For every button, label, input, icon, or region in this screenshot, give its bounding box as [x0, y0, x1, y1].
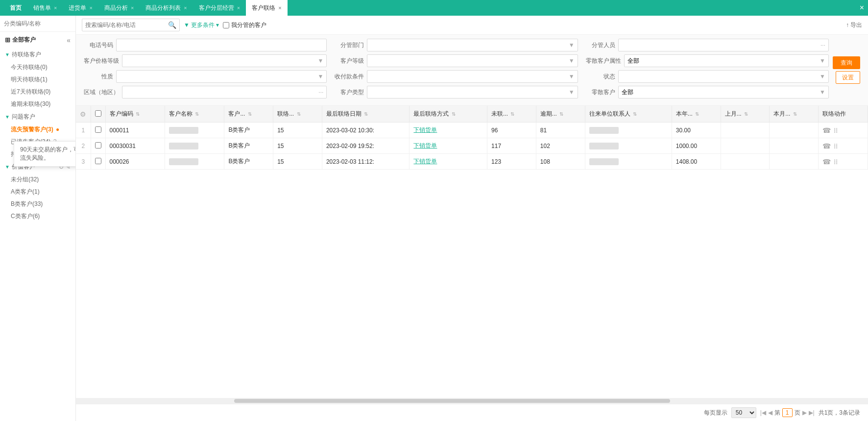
close-analysis-list-icon[interactable]: × [184, 5, 187, 11]
row-unit-contact-3: ██████ [585, 154, 672, 170]
query-button[interactable]: 查询 [833, 56, 860, 69]
row-name-2: ██████ [165, 138, 224, 154]
row-check-1[interactable] [91, 123, 105, 138]
filter-person: 分管人员 ··· [586, 39, 829, 51]
action-more-icon-1[interactable]: ⁞⁞ [834, 126, 838, 134]
filter-price-level-label: 客户价格等级 [84, 57, 119, 65]
action-contact-icon-2[interactable]: ☎ [822, 142, 831, 150]
close-purchase-icon[interactable]: × [89, 5, 92, 11]
table-row: 1 000011 ██████ B类客户 15 2023-03-02 10:30… [76, 123, 868, 138]
row-uncontact-3: 123 [487, 154, 536, 170]
row-last-way-1[interactable]: 下销货单 [410, 123, 487, 138]
row-contact-3: 15 [273, 154, 322, 170]
tab-customer-layer[interactable]: 客户分层经营 × [193, 0, 246, 16]
filter-dept-label: 分管部门 [335, 41, 364, 50]
sidebar-item-class-c[interactable]: C类客户(6) [0, 210, 75, 223]
filter-phone-label: 电话号码 [84, 41, 113, 50]
close-customer-layer-icon[interactable]: × [237, 5, 240, 11]
filter-phone-input[interactable] [116, 39, 327, 51]
filter-region-label: 区域（地区） [84, 88, 119, 97]
page-prev-icon[interactable]: ◀ [768, 409, 772, 416]
my-customers-checkbox[interactable]: 我分管的客户 [223, 21, 266, 29]
sidebar-search-input[interactable] [4, 20, 76, 27]
window-close-icon[interactable]: × [860, 3, 864, 12]
row-this-year-3: 1408.00 [672, 154, 721, 170]
sidebar-item-class-a[interactable]: A类客户(1) [0, 186, 75, 198]
export-button[interactable]: ↑ 导出 [846, 21, 862, 29]
sidebar-group-pending[interactable]: ▼ 待联络客户 [0, 48, 75, 61]
sidebar-item-class-b[interactable]: B类客户(33) [0, 198, 75, 210]
chevron-down-icon: ▾ [216, 22, 219, 28]
th-action: 联络动作 [819, 106, 868, 123]
table-settings-icon[interactable]: ⚙ [80, 110, 86, 118]
filter-payment-select[interactable]: ▼ [367, 70, 578, 83]
select-all-checkbox[interactable] [95, 110, 101, 117]
sidebar-item-ungroup[interactable]: 未分组(32) [0, 173, 75, 186]
filter-price-select[interactable]: ▼ [122, 54, 327, 67]
th-overdue: 逾期... ⇅ [536, 106, 585, 123]
sidebar: 🔍 ⊞ 全部客户 « ▼ 待联络客户 今天待联络(0) 明天待联络(1) 近7天… [0, 16, 76, 421]
scrollbar-thumb[interactable] [234, 399, 670, 403]
row-last-date-2: 2023-02-09 19:52: [322, 138, 409, 154]
row-check-2[interactable] [91, 138, 105, 154]
tab-home[interactable]: 首页 [4, 0, 27, 16]
tab-analysis-list[interactable]: 商品分析列表 × [140, 0, 193, 16]
th-check[interactable] [91, 106, 105, 123]
action-more-icon-2[interactable]: ⁞⁞ [834, 142, 838, 150]
page-next-icon[interactable]: ▶ [802, 409, 807, 416]
filter-panel: 电话号码 分管部门 ▼ 分管人员 ··· [76, 35, 868, 106]
settings-button[interactable]: 设置 [836, 71, 860, 84]
page-last-icon[interactable]: ▶| [809, 409, 815, 416]
th-settings[interactable]: ⚙ [76, 106, 91, 123]
sidebar-item-week[interactable]: 近7天待联络(0) [0, 86, 75, 98]
action-contact-icon-3[interactable]: ☎ [822, 158, 831, 166]
current-page: 1 [782, 408, 793, 417]
row-this-month-2 [770, 138, 819, 154]
tab-customer-contact[interactable]: 客户联络 × [246, 0, 287, 16]
close-customer-contact-icon[interactable]: × [278, 5, 281, 11]
row-check-3[interactable] [91, 154, 105, 170]
search-button-icon[interactable]: 🔍 [168, 21, 176, 29]
filter-customer-type: 客户类型 ▼ [335, 86, 578, 99]
sidebar-group-problem[interactable]: ▼ 问题客户 [0, 110, 75, 124]
filter-retail-select[interactable]: 全部▼ [618, 86, 829, 99]
filter-person-select[interactable]: ··· [618, 39, 829, 51]
more-filter-button[interactable]: ▼ 更多条件 ▾ [184, 21, 219, 29]
close-sales-icon[interactable]: × [54, 5, 57, 11]
page-first-icon[interactable]: |◀ [760, 409, 766, 416]
filter-status-label: 状态 [586, 73, 615, 81]
row-this-month-1 [770, 123, 819, 138]
sidebar-root[interactable]: ⊞ 全部客户 « [0, 32, 75, 48]
filter-status-select[interactable]: ▼ [618, 70, 829, 83]
sidebar-item-churn-warning[interactable]: 流失预警客户(3) ● [0, 124, 75, 136]
sidebar-item-tomorrow[interactable]: 明天待联络(1) [0, 74, 75, 86]
action-more-icon-3[interactable]: ⁞⁞ [834, 158, 838, 166]
horizontal-scrollbar[interactable] [76, 398, 868, 404]
close-analysis-icon[interactable]: × [131, 5, 134, 11]
row-num-3: 3 [76, 154, 91, 170]
search-input[interactable] [85, 22, 168, 28]
filter-nature-select[interactable]: ▼ [116, 70, 327, 83]
table-row: 2 00030031 ██████ B类客户 15 2023-02-09 19:… [76, 138, 868, 154]
sidebar-collapse-icon[interactable]: « [67, 36, 71, 44]
row-last-way-2[interactable]: 下销货单 [410, 138, 487, 154]
filter-region-select[interactable]: ··· [122, 86, 327, 99]
sidebar-item-overdue[interactable]: 逾期未联络(30) [0, 98, 75, 110]
tab-sales[interactable]: 销售单 × [27, 0, 63, 16]
filter-retail-label: 零散客户 [586, 88, 615, 97]
row-last-way-3[interactable]: 下销货单 [410, 154, 487, 170]
filter-retail-attr-select[interactable]: 全部▼ [624, 54, 829, 67]
sidebar-item-today[interactable]: 今天待联络(0) [0, 61, 75, 74]
filter-customer-type-select[interactable]: ▼ [367, 86, 578, 99]
per-page-select[interactable]: 50 100 [731, 407, 756, 418]
row-last-month-1 [721, 123, 770, 138]
filter-grade-select[interactable]: ▼ [367, 54, 578, 67]
filter-grade-label: 客户等级 [335, 57, 364, 65]
row-type-1: B类客户 [224, 123, 273, 138]
filter-dept-select[interactable]: ▼ [367, 39, 578, 51]
action-contact-icon-1[interactable]: ☎ [822, 126, 831, 134]
row-this-year-2: 1000.00 [672, 138, 721, 154]
my-customers-check[interactable] [223, 22, 229, 28]
tab-analysis[interactable]: 商品分析 × [98, 0, 140, 16]
tab-purchase[interactable]: 进货单 × [63, 0, 98, 16]
